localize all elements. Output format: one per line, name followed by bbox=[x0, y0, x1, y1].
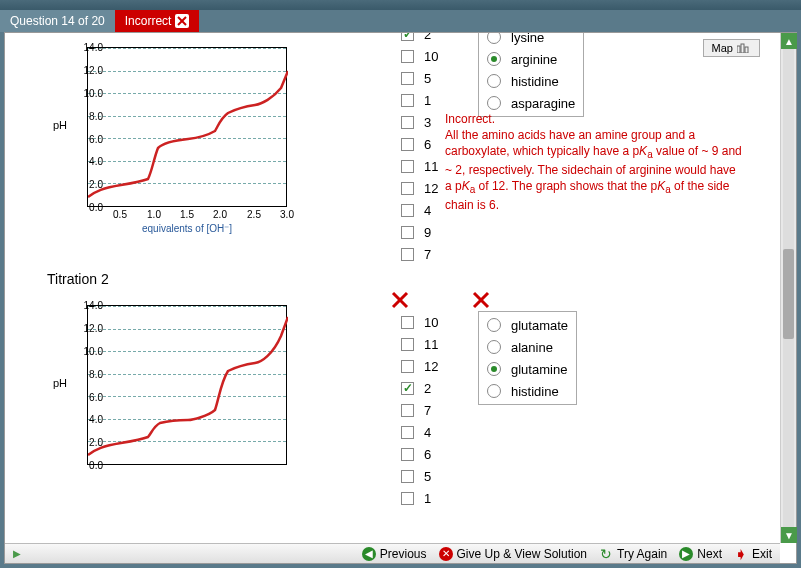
checkbox-label: 12 bbox=[424, 359, 444, 374]
radio[interactable] bbox=[487, 74, 501, 88]
radio-label: glutamine bbox=[511, 362, 567, 377]
previous-button[interactable]: ◀Previous bbox=[362, 547, 427, 561]
question-number-tab: Question 14 of 20 bbox=[0, 10, 115, 32]
feedback-text: Incorrect. All the amino acids have an a… bbox=[445, 111, 745, 214]
radio[interactable] bbox=[487, 384, 501, 398]
checkbox-label: 12 bbox=[424, 181, 444, 196]
checkbox-row[interactable]: 12 bbox=[397, 355, 448, 377]
checkbox-row[interactable]: 4 bbox=[397, 421, 448, 443]
checkbox[interactable] bbox=[401, 426, 414, 439]
expand-icon[interactable]: ▶ bbox=[13, 548, 21, 559]
checkbox-label: 6 bbox=[424, 137, 444, 152]
checkbox[interactable] bbox=[401, 160, 414, 173]
checkbox-label: 2 bbox=[424, 33, 444, 42]
radio[interactable] bbox=[487, 340, 501, 354]
wrong-x-icon bbox=[472, 291, 490, 312]
question-bar: Question 14 of 20 Incorrect bbox=[0, 10, 801, 32]
checkbox[interactable] bbox=[401, 138, 414, 151]
x-icon bbox=[175, 14, 189, 28]
checkbox-row[interactable]: 5 bbox=[397, 67, 448, 89]
radio-row[interactable]: lysine bbox=[485, 33, 577, 48]
checkbox[interactable] bbox=[401, 338, 414, 351]
checkbox[interactable] bbox=[401, 382, 414, 395]
checkbox-label: 9 bbox=[424, 225, 444, 240]
checkbox-row[interactable]: 2 bbox=[397, 33, 448, 45]
radio-row[interactable]: histidine bbox=[485, 380, 570, 402]
checkbox-row[interactable]: 10 bbox=[397, 45, 448, 67]
radio-label: histidine bbox=[511, 74, 559, 89]
checkbox-label: 4 bbox=[424, 203, 444, 218]
checkbox-label: 4 bbox=[424, 425, 444, 440]
giveup-button[interactable]: ✕Give Up & View Solution bbox=[439, 547, 588, 561]
checkbox[interactable] bbox=[401, 316, 414, 329]
checkbox-row[interactable]: 10 bbox=[397, 311, 448, 333]
checkbox[interactable] bbox=[401, 404, 414, 417]
checkbox-label: 2 bbox=[424, 381, 444, 396]
checkbox-row[interactable]: 5 bbox=[397, 465, 448, 487]
titration-chart-2: 14.0 12.0 10.0 8.0 6.0 4.0 2.0 0.0 pH bbox=[47, 291, 307, 501]
radio-label: glutamate bbox=[511, 318, 568, 333]
checkbox-row[interactable]: 4 bbox=[397, 199, 448, 221]
footer-bar: ▶ ◀Previous ✕Give Up & View Solution ↻Tr… bbox=[5, 543, 780, 563]
tryagain-button[interactable]: ↻Try Again bbox=[599, 547, 667, 561]
vertical-scrollbar[interactable]: ▲ ▼ bbox=[780, 33, 796, 543]
checkbox-row[interactable]: 6 bbox=[397, 443, 448, 465]
radio-row[interactable]: arginine bbox=[485, 48, 577, 70]
checkbox[interactable] bbox=[401, 116, 414, 129]
checkbox-label: 11 bbox=[424, 159, 444, 174]
checkbox-row[interactable]: 1 bbox=[397, 487, 448, 509]
checkbox-label: 10 bbox=[424, 49, 444, 64]
checkbox[interactable] bbox=[401, 33, 414, 41]
checkbox-row[interactable]: 11 bbox=[397, 333, 448, 355]
radio-row[interactable]: glutamine bbox=[485, 358, 570, 380]
checkbox[interactable] bbox=[401, 226, 414, 239]
checkbox-label: 7 bbox=[424, 403, 444, 418]
checkbox[interactable] bbox=[401, 248, 414, 261]
checkbox-row[interactable]: 11 bbox=[397, 155, 448, 177]
radio-label: asparagine bbox=[511, 96, 575, 111]
checkbox-row[interactable]: 6 bbox=[397, 133, 448, 155]
checkbox[interactable] bbox=[401, 204, 414, 217]
checkbox-row[interactable]: 12 bbox=[397, 177, 448, 199]
radio[interactable] bbox=[487, 33, 501, 44]
checkbox-row[interactable]: 9 bbox=[397, 221, 448, 243]
exit-button[interactable]: ➧Exit bbox=[734, 547, 772, 561]
checkbox-row[interactable]: 2 bbox=[397, 377, 448, 399]
y-axis-label: pH bbox=[53, 377, 67, 389]
checkbox-row[interactable]: 3 bbox=[397, 111, 448, 133]
radio[interactable] bbox=[487, 362, 501, 376]
checkbox[interactable] bbox=[401, 50, 414, 63]
radio[interactable] bbox=[487, 52, 501, 66]
checkbox[interactable] bbox=[401, 182, 414, 195]
checkbox[interactable] bbox=[401, 470, 414, 483]
checkbox[interactable] bbox=[401, 94, 414, 107]
status-tab: Incorrect bbox=[115, 10, 200, 32]
checkbox-label: 3 bbox=[424, 115, 444, 130]
x-axis-label: equivalents of [OH⁻] bbox=[87, 223, 287, 234]
y-axis-label: pH bbox=[53, 119, 67, 131]
checkbox[interactable] bbox=[401, 360, 414, 373]
checkbox-label: 7 bbox=[424, 247, 444, 262]
checkbox[interactable] bbox=[401, 448, 414, 461]
checkbox[interactable] bbox=[401, 72, 414, 85]
titration-2-title: Titration 2 bbox=[47, 271, 768, 287]
radio-row[interactable]: histidine bbox=[485, 70, 577, 92]
checkbox-label: 11 bbox=[424, 337, 444, 352]
radio-row[interactable]: glutamate bbox=[485, 314, 570, 336]
checkbox-label: 6 bbox=[424, 447, 444, 462]
radio-label: histidine bbox=[511, 384, 559, 399]
titration-chart-1: 14.0 12.0 10.0 8.0 6.0 4.0 2.0 0.0 0.5 1… bbox=[47, 39, 307, 239]
checkbox-row[interactable]: 1 bbox=[397, 89, 448, 111]
checkbox-row[interactable]: 7 bbox=[397, 243, 448, 265]
checkbox-row[interactable]: 7 bbox=[397, 399, 448, 421]
checkbox-label: 5 bbox=[424, 71, 444, 86]
radio[interactable] bbox=[487, 96, 501, 110]
radio[interactable] bbox=[487, 318, 501, 332]
checkbox-label: 1 bbox=[424, 93, 444, 108]
wrong-x-icon bbox=[391, 291, 409, 312]
radio-row[interactable]: alanine bbox=[485, 336, 570, 358]
radio-label: lysine bbox=[511, 33, 544, 45]
next-button[interactable]: ▶Next bbox=[679, 547, 722, 561]
checkbox[interactable] bbox=[401, 492, 414, 505]
radio-label: arginine bbox=[511, 52, 557, 67]
